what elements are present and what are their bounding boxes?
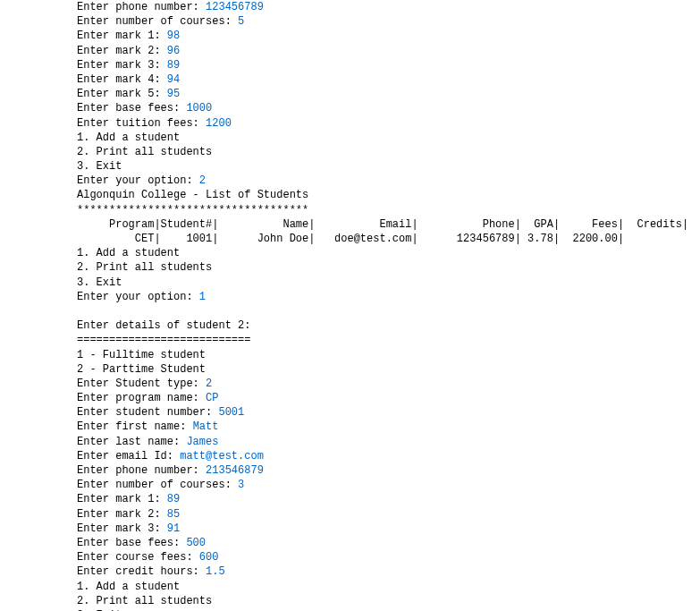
table-row: CET| 1001| John Doe| doe@test.com| 12345… — [77, 232, 700, 246]
prompt-line: Enter phone number: 123456789 — [77, 0, 700, 14]
input-value: 1 — [199, 291, 206, 303]
prompt-label: Enter credit hours: — [77, 565, 206, 578]
list-title: Algonquin College - List of Students — [77, 188, 700, 202]
prompt-label: Enter Student type: — [77, 378, 206, 390]
input-value: 98 — [167, 30, 180, 42]
prompt-label: Enter tuition fees: — [77, 117, 206, 130]
prompt-line: Enter credit hours: 1.5 — [77, 564, 700, 579]
input-value: 500 — [186, 537, 206, 549]
menu-option: 1. Add a student — [77, 246, 700, 260]
input-value: 1000 — [186, 102, 212, 115]
prompt-line: Enter mark 2: 85 — [77, 507, 700, 522]
input-value: 123456789 — [206, 1, 264, 13]
input-value: CP — [206, 392, 218, 404]
type-option: 1 - Fulltime student — [77, 348, 700, 362]
prompt-label: Enter email Id: — [77, 450, 180, 462]
menu-option: 2. Print all students — [77, 260, 700, 275]
prompt-line: Enter first name: Matt — [77, 420, 700, 434]
prompt-label: Enter mark 1: — [77, 493, 167, 505]
menu-option: 2. Print all students — [77, 145, 700, 159]
prompt-line: Enter tuition fees: 1200 — [77, 116, 700, 131]
separator: ************************************ — [77, 203, 700, 217]
table-header: Program|Student#| Name| Email| Phone| GP… — [77, 217, 700, 232]
input-value: 94 — [167, 73, 180, 86]
separator: =========================== — [77, 333, 700, 347]
input-value: 5001 — [218, 406, 244, 419]
menu-option: 1. Add a student — [77, 131, 700, 145]
menu-option: 3. Exit — [77, 276, 700, 290]
section-header: Enter details of student 2: — [77, 318, 700, 333]
prompt-label: Enter mark 3: — [77, 522, 167, 535]
prompt-line: Enter course fees: 600 — [77, 550, 700, 564]
input-value: 1.5 — [206, 565, 225, 578]
prompt-label: Enter mark 4: — [77, 73, 167, 86]
input-value: James — [186, 436, 218, 448]
prompt-line: Enter mark 1: 89 — [77, 492, 700, 506]
prompt-label: Enter student number: — [77, 406, 218, 419]
prompt-line: Enter number of courses: 3 — [77, 478, 700, 492]
input-value: 213546879 — [206, 464, 264, 477]
prompt-line: Enter number of courses: 5 — [77, 14, 700, 29]
prompt-label: Enter your option: — [77, 174, 199, 187]
menu-option: 2. Print all students — [77, 594, 700, 608]
input-value: 85 — [167, 508, 180, 521]
prompt-line: Enter email Id: matt@test.com — [77, 449, 700, 463]
prompt-label: Enter number of courses: — [77, 15, 238, 28]
prompt-label: Enter phone number: — [77, 464, 206, 477]
prompt-line: Enter mark 3: 89 — [77, 58, 700, 72]
input-value: Matt — [193, 420, 219, 433]
input-value: 96 — [167, 45, 180, 57]
prompt-label: Enter phone number: — [77, 1, 206, 13]
prompt-line: Enter your option: 1 — [77, 290, 700, 304]
prompt-label: Enter course fees: — [77, 551, 199, 564]
input-value: 1200 — [206, 117, 232, 130]
prompt-line: Enter last name: James — [77, 435, 700, 449]
prompt-line: Enter mark 4: 94 — [77, 72, 700, 87]
prompt-label: Enter base fees: — [77, 102, 186, 115]
blank-line — [77, 304, 700, 318]
prompt-label: Enter your option: — [77, 291, 199, 303]
prompt-label: Enter number of courses: — [77, 479, 238, 491]
prompt-line: Enter base fees: 500 — [77, 536, 700, 550]
prompt-label: Enter mark 3: — [77, 59, 167, 72]
prompt-line: Enter mark 1: 98 — [77, 29, 700, 43]
prompt-line: Enter student number: 5001 — [77, 405, 700, 420]
input-value: 2 — [206, 378, 212, 390]
input-value: 2 — [199, 174, 206, 187]
prompt-line: Enter mark 5: 95 — [77, 87, 700, 101]
type-option: 2 - Parttime Student — [77, 362, 700, 377]
prompt-line: Enter phone number: 213546879 — [77, 463, 700, 478]
prompt-label: Enter last name: — [77, 436, 186, 448]
input-value: 91 — [167, 522, 180, 535]
prompt-label: Enter base fees: — [77, 537, 186, 549]
prompt-label: Enter mark 2: — [77, 508, 167, 521]
menu-option: 3. Exit — [77, 159, 700, 174]
input-value: 5 — [238, 15, 244, 28]
prompt-line: Enter your option: 2 — [77, 174, 700, 188]
prompt-line: Enter program name: CP — [77, 391, 700, 405]
prompt-line: Enter mark 3: 91 — [77, 522, 700, 536]
input-value: 89 — [167, 59, 180, 72]
prompt-line: Enter Student type: 2 — [77, 377, 700, 391]
input-value: 95 — [167, 88, 180, 100]
prompt-label: Enter mark 1: — [77, 30, 167, 42]
prompt-line: Enter mark 2: 96 — [77, 44, 700, 58]
prompt-label: Enter mark 2: — [77, 45, 167, 57]
prompt-line: Enter base fees: 1000 — [77, 101, 700, 115]
input-value: matt@test.com — [180, 450, 264, 462]
menu-option: 1. Add a student — [77, 580, 700, 594]
input-value: 89 — [167, 493, 180, 505]
input-value: 600 — [199, 551, 219, 564]
prompt-label: Enter first name: — [77, 420, 193, 433]
prompt-label: Enter program name: — [77, 392, 206, 404]
input-value: 3 — [238, 479, 244, 491]
prompt-label: Enter mark 5: — [77, 88, 167, 100]
